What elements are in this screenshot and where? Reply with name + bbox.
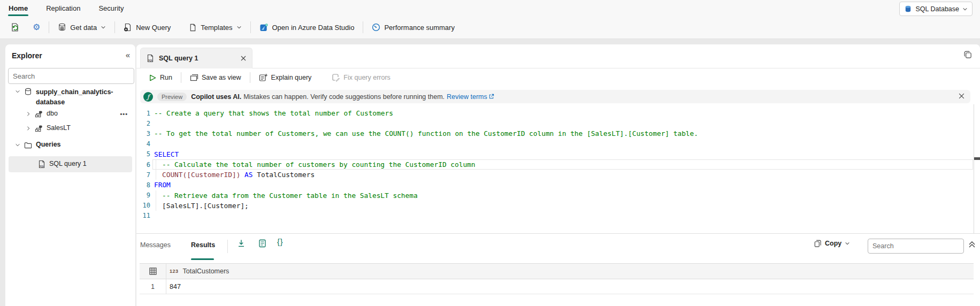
chevron-down-icon[interactable] (15, 89, 20, 94)
download-results-icon[interactable] (237, 239, 246, 248)
main-panel: SQL SQL query 1 Run (136, 44, 980, 306)
grid-icon (149, 267, 157, 275)
tree-item-schema-saleslt[interactable]: SalesLT (5, 124, 135, 137)
close-tab-icon[interactable] (240, 55, 247, 62)
explorer-panel: Explorer « supply_chain_analytics-databa… (5, 44, 135, 306)
tree-item-queries-folder[interactable]: Queries (5, 141, 135, 155)
line-number: 4 (136, 140, 150, 148)
azure-data-studio-icon (259, 23, 269, 32)
code-line-2[interactable]: 2 (136, 118, 974, 128)
gear-icon: ⚙ (33, 23, 40, 32)
query-toolbar: Run Save as view Explain query (149, 68, 391, 87)
save-as-view-label: Save as view (202, 74, 241, 81)
banner-message: Mistakes can happen. Verify code suggest… (243, 93, 445, 101)
menu-tab-security[interactable]: Security (98, 3, 124, 13)
close-banner-icon[interactable] (958, 93, 965, 100)
menu-tabs: Home Replication Security (8, 0, 124, 16)
new-query-label: New Query (136, 24, 171, 32)
tab-strip: SQL SQL query 1 (136, 44, 980, 68)
chevron-down-icon (236, 25, 242, 30)
performance-summary-button[interactable]: Performance summary (370, 23, 456, 32)
tree-item-schema-dbo[interactable]: dbo ••• (5, 110, 135, 123)
banner-bold-text: Copilot uses AI. (191, 93, 241, 101)
chevron-down-icon (101, 25, 106, 30)
fix-query-errors-label: Fix query errors (343, 74, 391, 81)
open-as-document-icon[interactable] (258, 239, 266, 248)
run-button[interactable]: Run (149, 74, 172, 82)
menu-tab-replication[interactable]: Replication (45, 3, 81, 13)
code-line-5[interactable]: 5SELECT (136, 149, 974, 159)
chevron-down-icon (845, 241, 850, 246)
tree-item-database[interactable]: supply_chain_analytics-database (5, 87, 135, 108)
code-line-4[interactable]: 4 (136, 139, 974, 149)
schema-name: SalesLT (47, 124, 71, 132)
copy-results-button[interactable]: Copy (814, 239, 850, 248)
line-number: 3 (136, 130, 150, 137)
chevron-down-icon (962, 6, 968, 12)
code-line-1[interactable]: 1-- Create a query that shows the total … (136, 108, 974, 118)
new-query-icon (124, 23, 132, 32)
indent-guide (156, 201, 156, 211)
editor-right-gutter (974, 104, 974, 233)
tree-item-sql-query-1[interactable]: SQL SQL query 1 (9, 156, 132, 172)
database-name: supply_chain_analytics-database (36, 87, 129, 108)
explorer-title: Explorer (12, 51, 42, 60)
code-line-6[interactable]: 6-- Calculate the total number of custom… (136, 159, 974, 170)
menu-tab-home[interactable]: Home (8, 3, 28, 13)
tab-sql-query-1[interactable]: SQL SQL query 1 (140, 48, 252, 68)
sql-code-editor[interactable]: 1-- Create a query that shows the total … (136, 104, 974, 233)
line-number: 5 (136, 150, 150, 158)
explorer-search-input[interactable] (8, 68, 134, 84)
folder-icon (24, 141, 32, 149)
new-query-button[interactable]: New Query (121, 23, 173, 32)
query-item-label: SQL query 1 (49, 160, 87, 167)
select-all-cell[interactable] (140, 264, 166, 279)
open-ads-button[interactable]: Open in Azure Data Studio (257, 23, 357, 32)
templates-button[interactable]: Templates (187, 24, 243, 32)
toolbar-divider (227, 240, 228, 253)
save-as-view-button[interactable]: Save as view (190, 73, 241, 82)
explain-query-button[interactable]: Explain query (259, 73, 312, 82)
schema-name: dbo (47, 110, 58, 117)
settings-button[interactable]: ⚙ (30, 23, 42, 32)
review-terms-link[interactable]: Review terms (447, 93, 494, 101)
tab-messages[interactable]: Messages (140, 241, 171, 249)
code-line-10[interactable]: 10[SalesLT].[Customer]; (136, 201, 974, 211)
indent-guide (156, 170, 156, 180)
copy-tabs-icon[interactable] (963, 50, 973, 59)
queries-folder-label: Queries (36, 141, 61, 148)
templates-file-icon (189, 24, 197, 32)
save-as-view-icon (190, 73, 198, 82)
fix-query-errors-button[interactable]: Fix query errors (332, 73, 391, 82)
column-header-totalcustomers[interactable]: 123 TotalCustomers (166, 264, 974, 279)
table-row[interactable]: 1 847 (140, 279, 974, 294)
copy-icon (814, 239, 822, 248)
active-tab-underline (191, 258, 214, 260)
toolbar-divider (363, 21, 363, 33)
code-line-7[interactable]: 7COUNT([CustomerID]) AS TotalCustomers (136, 170, 974, 180)
code-line-8[interactable]: 8FROM (136, 180, 974, 190)
schema-icon (35, 110, 43, 118)
tab-results[interactable]: Results (191, 241, 215, 249)
menubar: Home Replication Security SQL Database (0, 0, 980, 16)
collapse-explorer-icon[interactable]: « (126, 50, 130, 59)
explain-query-label: Explain query (271, 74, 312, 81)
database-selector-button[interactable]: SQL Database (899, 2, 973, 16)
code-line-9[interactable]: 9-- Retrieve data from the Customer tabl… (136, 190, 974, 201)
get-data-button[interactable]: Get data (56, 23, 108, 32)
code-text: COUNT([CustomerID]) AS TotalCustomers (162, 171, 315, 179)
chevron-right-icon[interactable] (26, 111, 31, 117)
refresh-script-button[interactable] (8, 22, 22, 32)
view-json-icon[interactable]: {} (277, 238, 284, 246)
more-options-icon[interactable]: ••• (120, 111, 128, 117)
toolbar-divider (250, 21, 251, 33)
chevron-right-icon[interactable] (26, 126, 31, 131)
scrollbar-cursor-mark[interactable] (974, 157, 980, 160)
results-search-input[interactable] (868, 239, 964, 254)
collapse-results-icon[interactable] (968, 240, 976, 249)
code-line-3[interactable]: 3-- To get the total number of Customers… (136, 128, 974, 139)
chevron-down-icon[interactable] (15, 142, 20, 148)
svg-text:SQL: SQL (148, 59, 153, 62)
app-window: Home Replication Security SQL Database ⚙ (0, 0, 980, 306)
code-line-11[interactable]: 11 (136, 211, 974, 221)
